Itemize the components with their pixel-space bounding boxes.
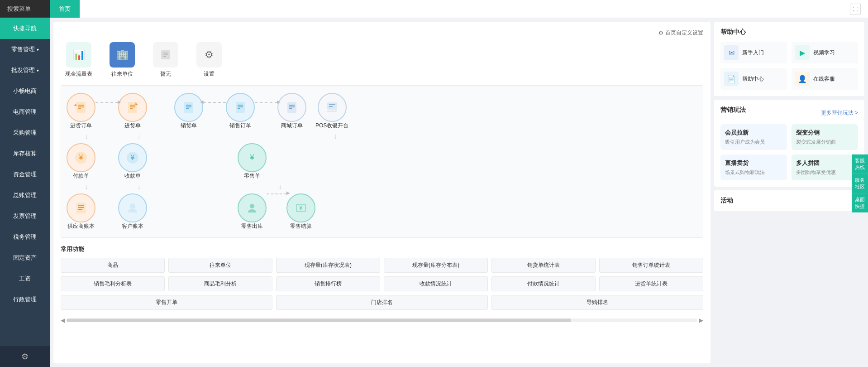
svg-rect-24: [327, 102, 337, 110]
func-btn-guide-rank[interactable]: 导购排名: [491, 295, 703, 310]
func-btn-partner[interactable]: 往来单位: [168, 258, 272, 273]
cashflow-label: 现金流量表: [65, 70, 92, 78]
tab-home[interactable]: 首页: [50, 0, 80, 18]
sidebar-item-admin[interactable]: 行政管理: [0, 289, 50, 310]
func-btn-store-rank[interactable]: 门店排名: [276, 295, 488, 310]
help-item-service[interactable]: 👤 在线客服: [792, 68, 858, 90]
sidebar-item-quicknav[interactable]: 快捷导航: [0, 18, 50, 39]
search-menu[interactable]: 搜索菜单: [0, 0, 50, 18]
sidebar-item-salary[interactable]: 工资: [0, 268, 50, 289]
scroll-track[interactable]: [67, 319, 697, 322]
marketing-card: 营销玩法 更多营销玩法 > 会员拉新 吸引用户成为会员 裂变分销 裂变式发展分销…: [714, 100, 864, 187]
func-btn-purchase-stat[interactable]: 进货单统计表: [599, 276, 703, 291]
float-btn-community[interactable]: 服务社区: [852, 174, 868, 193]
flow-node-retail-outbound[interactable]: 零售出库: [238, 193, 267, 230]
svg-text:¥: ¥: [299, 204, 303, 212]
arrow-purchase-to-purchasebill: [95, 93, 118, 103]
arrow-down-retail: ↓: [278, 183, 282, 191]
svg-text:¥: ¥: [250, 154, 254, 161]
func-btn-payment-stat[interactable]: 付款情况统计: [491, 276, 596, 291]
partner-icon: 🏢: [110, 42, 135, 68]
func-btn-stock-dist[interactable]: 现存量(库存分布表): [384, 258, 488, 273]
cashflow-icon: 📊: [66, 42, 91, 68]
sidebar-item-label: 行政管理: [13, 295, 37, 304]
service-label: 在线客服: [813, 75, 835, 83]
member-title: 会员拉新: [725, 129, 782, 137]
flow-node-retail[interactable]: ¥ 零售单: [238, 143, 267, 180]
sidebar-item-tax[interactable]: 税务管理: [0, 227, 50, 247]
flow-node-sales-order[interactable]: 销售订单: [226, 93, 255, 130]
func-btn-sales-rank[interactable]: 销售排行榜: [276, 276, 380, 291]
quick-icon-empty[interactable]: 暂无: [148, 42, 184, 78]
sidebar-item-retail[interactable]: 零售管理 ▾: [0, 39, 50, 60]
sidebar-item-purchase[interactable]: 采购管理: [0, 122, 50, 143]
help-item-video[interactable]: ▶ 视频学习: [792, 42, 858, 63]
help-item-help[interactable]: 📄 帮助中心: [720, 68, 787, 90]
scroll-left-arrow[interactable]: ◀: [61, 317, 65, 324]
sidebar-item-label: 资金管理: [13, 170, 37, 179]
marketing-item-fission[interactable]: 裂变分销 裂变式发展分销商: [792, 124, 858, 150]
flow-node-customer-ledger[interactable]: 客户账本: [118, 193, 147, 230]
sales-order-icon: [226, 93, 255, 122]
top-bar: 搜索菜单 首页 ⛶: [0, 0, 868, 18]
func-btn-sales-profit[interactable]: 销售毛利分析表: [61, 276, 165, 291]
more-marketing-link[interactable]: 更多营销玩法 >: [821, 109, 858, 117]
marketing-header: 营销玩法 更多营销玩法 >: [720, 106, 858, 120]
float-btn-service[interactable]: 客服热线: [852, 155, 868, 174]
payment-icon: ¥: [67, 143, 95, 172]
func-btn-retail-order[interactable]: 零售开单: [61, 295, 272, 310]
mall-order-label: 商城订单: [281, 122, 303, 130]
marketing-item-live[interactable]: 直播卖货 场景式购物新玩法: [720, 155, 787, 180]
marketing-item-group[interactable]: 多人拼团 拼团购物享受优惠: [792, 155, 858, 180]
sidebar-item-finance[interactable]: 资金管理: [0, 164, 50, 185]
marketing-item-member[interactable]: 会员拉新 吸引用户成为会员: [720, 124, 787, 150]
payment-label: 付款单: [73, 172, 89, 180]
sidebar-item-label: 库存核算: [13, 150, 37, 158]
flow-node-supplier-ledger[interactable]: 供应商账本: [67, 193, 95, 230]
sidebar-item-fixed-assets[interactable]: 固定资产: [0, 247, 50, 268]
func-btn-stock-status[interactable]: 现存量(库存状况表): [276, 258, 380, 273]
flow-node-retail-settlement[interactable]: ¥ 零售结算: [286, 193, 315, 230]
flow-diagram: 进货订单 进货单: [61, 85, 703, 238]
fission-title: 裂变分销: [796, 129, 854, 137]
settings-icon[interactable]: ⚙: [21, 352, 29, 361]
flow-node-sales-bill[interactable]: 销货单: [174, 93, 203, 130]
func-btn-sales-stat[interactable]: 销货单统计表: [491, 258, 596, 273]
sidebar-item-label: 电商管理: [13, 108, 37, 116]
flow-node-purchase-bill[interactable]: 进货单: [118, 93, 147, 130]
retail-icon: ¥: [238, 143, 267, 172]
sidebar-item-ledger[interactable]: 总账管理: [0, 185, 50, 206]
purchase-bill-label: 进货单: [124, 122, 141, 130]
arrow-down-purchase-order: ↓: [85, 132, 88, 140]
receipt-label: 收款单: [124, 172, 141, 180]
sidebar-item-wholesale[interactable]: 批发管理 ▾: [0, 60, 50, 81]
quick-icon-settings[interactable]: ⚙ 设置: [191, 42, 227, 78]
flow-node-purchase-order[interactable]: 进货订单: [67, 93, 95, 130]
flow-node-mall-order[interactable]: 商城订单: [277, 93, 306, 130]
quick-icon-cashflow[interactable]: 📊 现金流量表: [61, 42, 97, 78]
scroll-right-arrow[interactable]: ▶: [699, 317, 703, 324]
purchase-order-icon: [67, 93, 95, 122]
func-row3: 零售开单 门店排名 导购排名: [61, 295, 703, 310]
func-btn-salesorder-stat[interactable]: 销售订单统计表: [599, 258, 703, 273]
pos-label: POS收银开台: [315, 122, 348, 130]
func-btn-receipt-stat[interactable]: 收款情况统计: [384, 276, 488, 291]
func-btn-goods[interactable]: 商品: [61, 258, 165, 273]
fullscreen-button[interactable]: ⛶: [850, 4, 861, 14]
flow-node-receipt[interactable]: ¥ 收款单: [118, 143, 147, 180]
customize-link[interactable]: ⚙ 首页自定义设置: [658, 29, 703, 37]
func-btn-goods-profit[interactable]: 商品毛利分析: [168, 276, 272, 291]
flow-node-pos[interactable]: POS收银开台: [315, 93, 348, 130]
help-item-beginner[interactable]: ✉ 新手入门: [720, 42, 787, 63]
quick-icon-partner[interactable]: 🏢 往来单位: [104, 42, 140, 78]
sidebar-item-label: 税务管理: [13, 233, 37, 241]
sidebar-item-ecommerce[interactable]: 电商管理: [0, 101, 50, 122]
float-btn-desktop[interactable]: 桌面快捷: [852, 193, 868, 212]
sidebar-item-label: 小畅电商: [13, 87, 37, 95]
customer-ledger-label: 客户账本: [122, 222, 143, 230]
flow-node-payment[interactable]: ¥ 付款单: [67, 143, 95, 180]
sidebar-item-invoice[interactable]: 发票管理: [0, 206, 50, 227]
sidebar-item-inventory[interactable]: 库存核算: [0, 143, 50, 164]
marketing-title: 营销玩法: [720, 106, 746, 114]
sidebar-item-ecommerce-small[interactable]: 小畅电商: [0, 81, 50, 101]
